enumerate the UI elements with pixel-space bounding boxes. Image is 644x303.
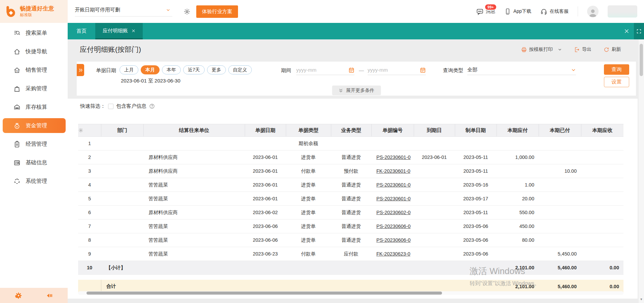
app-download-button[interactable]: App下载: [504, 8, 531, 15]
date-preset-pill[interactable]: 本年: [162, 65, 181, 74]
refresh-button[interactable]: 刷新: [604, 46, 621, 53]
vertical-scrollbar-thumb[interactable]: [640, 44, 643, 76]
system-dots-icon: [13, 178, 21, 185]
column-header[interactable]: 部门: [101, 124, 143, 137]
ledger-table: 部门结算往来单位单据日期单据类型业务类型单据编号到期日制单日期本期应付本期已付本…: [78, 124, 623, 293]
tab-home[interactable]: 首页: [68, 23, 95, 39]
settings-gear-icon[interactable]: [15, 292, 22, 299]
doc-number-link[interactable]: PS-20230606-0: [376, 224, 411, 229]
doc-number-link[interactable]: PS-20230606-0: [376, 237, 411, 243]
column-header[interactable]: 本期已付: [539, 124, 581, 137]
doc-number-link[interactable]: PS-20230601-0: [376, 155, 411, 160]
scrollbar-down-arrow[interactable]: ▼: [639, 298, 644, 301]
calendar-icon[interactable]: [420, 67, 426, 73]
doc-number-link[interactable]: FK-20230601-0: [376, 168, 410, 174]
online-service-button[interactable]: 在线客服: [540, 8, 569, 15]
expand-panel-button[interactable]: [77, 64, 84, 76]
query-type-value: 全部: [467, 67, 477, 73]
cell-doc-date: 2023-06-02: [245, 206, 286, 220]
cell-doc-date: 2023-06-01: [245, 178, 286, 192]
expand-more-conditions[interactable]: 展开更多条件: [332, 86, 381, 95]
cell-unit: 原材料供应商: [143, 164, 245, 178]
help-icon[interactable]: [149, 103, 155, 109]
expand-more-label: 展开更多条件: [346, 88, 374, 94]
doc-number-link[interactable]: PS-20230601-0: [376, 196, 411, 201]
tab-close-icon[interactable]: [132, 29, 135, 33]
tab-payable-ledger[interactable]: 应付明细账: [95, 23, 143, 39]
sidebar-item-search-menu[interactable]: 搜索菜单: [0, 26, 68, 40]
column-header[interactable]: 本期应收: [581, 124, 623, 137]
column-header[interactable]: 本期应付: [497, 124, 539, 137]
column-settings-header[interactable]: [78, 124, 101, 137]
column-header[interactable]: 业务类型: [331, 124, 371, 137]
sidebar-item-purchase[interactable]: 采购管理: [0, 81, 68, 96]
cell-doc-type: 付款单: [286, 247, 331, 261]
print-by-template-button[interactable]: 按模板打印: [521, 46, 562, 53]
sidebar-item-funds[interactable]: ¥资金管理: [3, 118, 66, 133]
query-type-select[interactable]: 全部: [467, 65, 576, 75]
sidebar-item-inventory[interactable]: 库存核算: [0, 100, 68, 114]
horizontal-scrollbar-thumb[interactable]: [87, 292, 442, 295]
cell-biz-type: [331, 137, 371, 150]
id-card-icon: [13, 159, 21, 166]
selected-date-range: 2023-06-01 至 2023-06-30: [121, 78, 180, 84]
vertical-scrollbar[interactable]: ▼: [639, 39, 644, 303]
fullscreen-icon[interactable]: [634, 23, 644, 39]
date-preset-pill[interactable]: 本月: [141, 65, 160, 74]
sidebar-item-basic-info[interactable]: 基础信息: [0, 155, 68, 170]
doc-number-link[interactable]: FK-20230623-0: [376, 251, 410, 257]
cell-doc-no: FK-20230623-0: [371, 247, 414, 261]
collapse-sidebar-icon[interactable]: [46, 292, 53, 299]
cell-make-date: 2023-05-17: [455, 192, 497, 206]
gear-icon[interactable]: [183, 8, 191, 15]
calendar-icon[interactable]: [348, 67, 354, 73]
date-preset-pill[interactable]: 更多: [207, 65, 226, 74]
main-content: 单据日期 上月本月本年近7天更多自定义 2023-06-01 至 2023-06…: [68, 60, 644, 303]
period-end-input[interactable]: yyyy-mm: [368, 65, 426, 75]
column-header[interactable]: 单据日期: [245, 124, 286, 137]
column-header[interactable]: 单据类型: [286, 124, 331, 137]
column-header[interactable]: 到期日: [414, 124, 455, 137]
user-name-blurred[interactable]: [608, 5, 637, 18]
warehouse-icon: [13, 104, 21, 111]
cell-num: 5: [78, 192, 101, 206]
cell-paid: 5,450.00: [539, 247, 581, 261]
close-all-tabs-icon[interactable]: [619, 23, 634, 39]
settings-button[interactable]: 设置: [604, 77, 629, 87]
printer-icon: [521, 47, 527, 53]
include-customer-checkbox[interactable]: [108, 104, 113, 109]
doc-number-link[interactable]: PS-20230601-0: [376, 182, 411, 188]
cell-dept: [101, 192, 143, 206]
period-start-input[interactable]: yyyy-mm: [296, 65, 354, 75]
page-header: 应付明细账(按部门) 按模板打印 导出: [68, 39, 644, 60]
horizontal-scrollbar[interactable]: [78, 291, 623, 295]
date-preset-pill[interactable]: 自定义: [228, 65, 252, 74]
export-button[interactable]: 导出: [574, 46, 591, 53]
cell-doc-date: 2023-06-23: [245, 247, 286, 261]
chevron-down-icon[interactable]: [558, 47, 562, 52]
date-preset-pill[interactable]: 上月: [120, 65, 138, 74]
avatar[interactable]: [587, 6, 599, 17]
column-header[interactable]: 单据编号: [371, 124, 414, 137]
column-header[interactable]: 制单日期: [455, 124, 497, 137]
messages-button[interactable]: 消息 99+: [476, 8, 495, 15]
cell-due-date: [414, 178, 455, 192]
column-settings-gear-icon[interactable]: [78, 128, 101, 133]
doc-number-link[interactable]: PS-20230602-0: [376, 210, 411, 215]
cell-biz-type: 预付款: [331, 164, 371, 178]
column-header[interactable]: 结算往来单位: [143, 124, 245, 137]
search-menu-icon: [13, 30, 21, 37]
cell-unit: [143, 137, 245, 150]
sidebar-item-sales[interactable]: $销售管理: [0, 63, 68, 77]
sidebar-item-operations[interactable]: 经营管理: [0, 137, 68, 152]
cell-doc-date: [245, 137, 286, 150]
date-preset-pill[interactable]: 近7天: [183, 65, 205, 74]
purchase-bag-icon: [13, 85, 21, 92]
doc-date-label: 单据日期: [96, 67, 116, 74]
account-set-dropdown[interactable]: 开账日期可停用可删: [75, 7, 172, 16]
trial-industry-button[interactable]: 体验行业方案: [196, 5, 238, 18]
svg-text:$: $: [16, 69, 18, 72]
search-button[interactable]: 查询: [604, 64, 629, 75]
sidebar-item-quick-nav[interactable]: 快捷导航: [0, 44, 68, 59]
sidebar-item-system[interactable]: 系统管理: [0, 174, 68, 189]
